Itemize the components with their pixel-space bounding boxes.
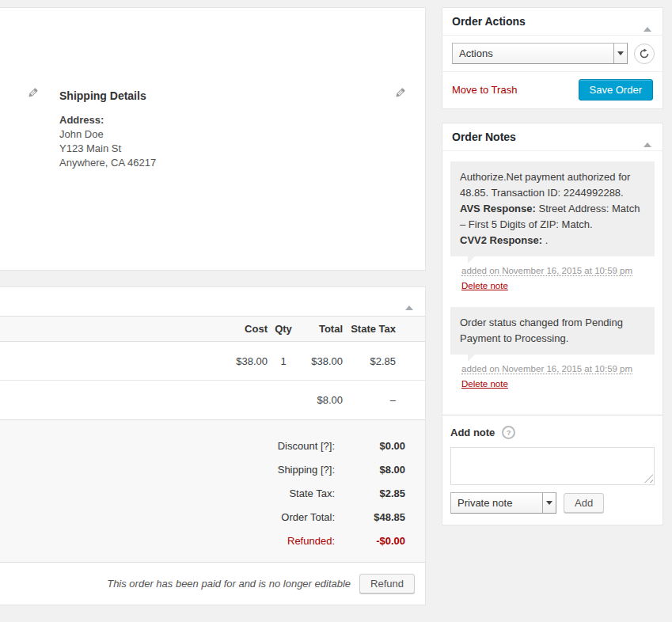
select-arrow-icon bbox=[542, 493, 556, 513]
column-header-qty: Qty bbox=[268, 323, 299, 335]
order-notes-list: Authorize.Net payment authorized for 48.… bbox=[442, 151, 663, 402]
order-actions-header: Order Actions bbox=[442, 8, 663, 36]
order-totals: Discount [?]: $0.00 Shipping [?]: $8.00 … bbox=[0, 420, 425, 562]
line-item-cost: $38.00 bbox=[211, 355, 268, 367]
total-row-discount: Discount [?]: $0.00 bbox=[0, 434, 405, 457]
save-order-button[interactable]: Save Order bbox=[579, 79, 653, 101]
column-header-total: Total bbox=[299, 323, 343, 335]
delete-note-link[interactable]: Delete note bbox=[461, 279, 508, 293]
shipping-line-total: $8.00 bbox=[299, 394, 343, 406]
note-bubble-tail bbox=[468, 256, 475, 264]
note-text-avs: AVS Response: Street Address: Match – Fi… bbox=[460, 201, 645, 233]
shipping-details-title: Shipping Details bbox=[59, 89, 146, 102]
total-label: Order Total: bbox=[281, 511, 335, 523]
sidebar-column: Order Actions Actions Move to Trash Save… bbox=[442, 7, 663, 525]
select-arrow-icon bbox=[613, 44, 627, 63]
help-icon: ? bbox=[502, 426, 515, 439]
total-row-shipping: Shipping [?]: $8.00 bbox=[0, 457, 405, 481]
line-item-row: $38.00 1 $38.00 $2.85 bbox=[0, 342, 425, 381]
order-items-footer: This order has been paid for and is no l… bbox=[0, 562, 425, 605]
note-type-select[interactable]: Private note bbox=[450, 492, 556, 514]
order-content-column: Shipping Details Address: John Doe Y123 … bbox=[0, 7, 426, 605]
line-item-state-tax: $2.85 bbox=[343, 355, 396, 367]
note-text: Authorize.Net payment authorized for 48.… bbox=[460, 169, 645, 201]
paid-notice: This order has been paid for and is no l… bbox=[107, 578, 351, 590]
edit-shipping-pencil-icon[interactable] bbox=[394, 86, 407, 99]
shipping-line-row: $8.00 – bbox=[0, 381, 425, 420]
refund-button[interactable]: Refund bbox=[359, 574, 415, 594]
order-notes-panel: Order Notes Authorize.Net payment author… bbox=[442, 123, 663, 525]
address-line-street: Y123 Main St bbox=[59, 142, 156, 156]
move-to-trash-link[interactable]: Move to Trash bbox=[452, 84, 517, 96]
add-note-label: Add note bbox=[450, 427, 495, 438]
order-actions-select-row: Actions bbox=[442, 36, 663, 72]
add-note-button[interactable]: Add bbox=[564, 493, 604, 513]
total-value: $0.00 bbox=[335, 440, 405, 452]
selected-action: Actions bbox=[459, 47, 613, 59]
shipping-address: Address: John Doe Y123 Main St Anywhere,… bbox=[59, 113, 156, 170]
note-bubble-tail bbox=[468, 355, 475, 362]
note-text-cvv: CVV2 Response: . bbox=[460, 233, 645, 248]
order-note: Authorize.Net payment authorized for 48.… bbox=[450, 161, 655, 293]
address-line-name: John Doe bbox=[59, 127, 156, 142]
note-timestamp: added on November 16, 2015 at 10:59 pm bbox=[461, 364, 632, 374]
line-item-total: $38.00 bbox=[299, 355, 343, 367]
column-header-state-tax: State Tax bbox=[343, 323, 396, 335]
total-row-state-tax: State Tax: $2.85 bbox=[0, 481, 405, 505]
total-label: Discount [?]: bbox=[278, 440, 335, 452]
delete-note-link[interactable]: Delete note bbox=[461, 377, 508, 391]
selected-note-type: Private note bbox=[457, 497, 542, 509]
total-label: State Tax: bbox=[289, 487, 335, 499]
collapse-toggle-icon[interactable] bbox=[642, 135, 653, 138]
edit-billing-pencil-icon[interactable] bbox=[27, 86, 40, 99]
add-note-section: Add note ? Private note Add bbox=[442, 415, 663, 525]
order-note: Order status changed from Pending Paymen… bbox=[450, 307, 655, 391]
order-actions-submit-row: Move to Trash Save Order bbox=[442, 72, 663, 108]
note-meta: added on November 16, 2015 at 10:59 pm D… bbox=[461, 362, 655, 391]
note-textarea[interactable] bbox=[450, 447, 655, 485]
note-content: Order status changed from Pending Paymen… bbox=[450, 307, 655, 355]
order-items-panel: Cost Qty Total State Tax $38.00 1 $38.00… bbox=[0, 286, 426, 605]
total-label: Refunded: bbox=[287, 535, 335, 547]
total-row-order-total: Order Total: $48.85 bbox=[0, 505, 405, 529]
order-notes-title: Order Notes bbox=[452, 131, 516, 143]
note-content: Authorize.Net payment authorized for 48.… bbox=[450, 161, 655, 256]
total-value: $8.00 bbox=[335, 464, 405, 476]
order-items-panel-header bbox=[0, 287, 425, 316]
total-label: Shipping [?]: bbox=[278, 464, 335, 476]
order-data-panel: Shipping Details Address: John Doe Y123 … bbox=[0, 7, 426, 271]
total-value: $48.85 bbox=[335, 511, 405, 523]
line-item-qty: 1 bbox=[268, 355, 299, 367]
column-header-cost: Cost bbox=[211, 323, 268, 335]
shipping-line-state-tax: – bbox=[343, 394, 396, 406]
order-actions-select[interactable]: Actions bbox=[452, 43, 628, 64]
collapse-toggle-icon[interactable] bbox=[404, 298, 415, 302]
order-actions-panel: Order Actions Actions Move to Trash Save… bbox=[442, 7, 663, 109]
items-table-header: Cost Qty Total State Tax bbox=[0, 316, 425, 342]
collapse-toggle-icon[interactable] bbox=[642, 20, 653, 23]
avs-response-label: AVS Response: bbox=[460, 203, 536, 214]
order-actions-title: Order Actions bbox=[452, 15, 526, 28]
reload-icon[interactable] bbox=[634, 44, 655, 64]
total-value: -$0.00 bbox=[335, 535, 405, 547]
address-line-city: Anywhere, CA 46217 bbox=[59, 156, 156, 170]
note-meta: added on November 16, 2015 at 10:59 pm D… bbox=[461, 264, 655, 293]
note-text: Order status changed from Pending Paymen… bbox=[460, 315, 645, 347]
cvv2-response-label: CVV2 Response: bbox=[460, 234, 542, 246]
total-row-refunded: Refunded: -$0.00 bbox=[0, 529, 405, 552]
total-value: $2.85 bbox=[335, 487, 405, 499]
note-timestamp: added on November 16, 2015 at 10:59 pm bbox=[461, 266, 632, 276]
address-label: Address: bbox=[59, 113, 156, 127]
order-notes-header: Order Notes bbox=[442, 123, 663, 151]
